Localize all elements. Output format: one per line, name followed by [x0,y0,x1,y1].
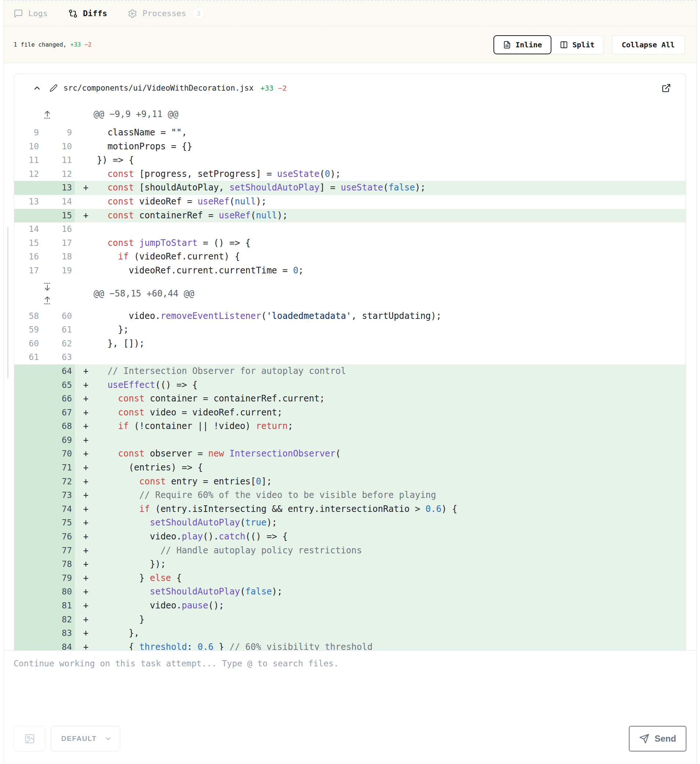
code-text: } [97,613,686,627]
diff-marker: + [75,516,97,530]
code-text: if (!container || !video) return; [97,420,686,434]
diff-line: 84+ { threshold: 0.6 } // 60% visibility… [14,640,686,650]
code-text: const videoRef = useRef(null); [97,195,686,209]
diff-marker: + [75,420,97,434]
code-text: }) => { [97,153,686,168]
file-header: src/components/ui/VideoWithDecoration.js… [14,74,686,102]
new-line-number: 69 [42,434,75,447]
diff-line: 78+ }); [14,557,686,571]
file-path: src/components/ui/VideoWithDecoration.js… [64,84,253,92]
code-text: const entry = entries[0]; [97,475,686,489]
code-text: { threshold: 0.6 } // 60% visibility thr… [97,640,686,650]
new-line-number: 74 [42,503,75,516]
diff-marker [75,309,97,323]
code-text [97,222,686,236]
tab-diffs-label: Diffs [83,9,107,18]
new-line-number: 81 [42,599,75,613]
diff-line: 13+ const [shouldAutoPlay, setShouldAuto… [14,181,686,195]
tab-processes[interactable]: Processes 3 [128,8,204,19]
new-line-number: 82 [42,613,75,627]
file-deletions: −2 [278,84,287,92]
diff-scroll-area: src/components/ui/VideoWithDecoration.js… [4,63,696,650]
diff-marker [75,236,97,250]
diff-marker: + [75,503,97,516]
diff-line: 72+ const entry = entries[0]; [14,475,686,489]
old-line-number [14,530,42,544]
tab-logs[interactable]: Logs [14,9,48,18]
chevron-down-icon [105,735,112,742]
code-text: } else { [97,571,686,585]
expand-up-button[interactable] [41,294,53,306]
collapse-file-button[interactable] [33,84,41,92]
hunk-header-label: @@ −9,9 +9,11 @@ [94,109,178,119]
diff-line: 80+ setShouldAutoPlay(false); [14,585,686,599]
old-line-number: 14 [14,222,42,236]
diff-marker: + [75,475,97,489]
code-text: (entries) => { [97,461,686,475]
diff-marker [75,250,97,264]
scrollbar-thumb[interactable] [7,226,8,379]
collapse-all-button[interactable]: Collapse All [612,35,685,54]
diff-marker: + [75,434,97,447]
new-line-number: 10 [42,140,75,154]
hunk-header-label: @@ −58,15 +60,44 @@ [94,288,194,299]
diff-marker [75,140,97,154]
new-line-number: 68 [42,420,75,434]
diff-line: 71+ (entries) => { [14,461,686,475]
tab-diffs[interactable]: Diffs [68,9,107,18]
diff-line: 1212 const [progress, setProgress] = use… [14,168,686,181]
file-additions: +33 [260,84,273,92]
new-line-number: 66 [42,392,75,406]
attach-image-button[interactable] [14,726,45,751]
diff-line: 67+ const video = videoRef.current; [14,406,686,420]
old-line-number [14,181,42,195]
old-line-number [14,613,42,627]
tab-processes-label: Processes [142,9,186,18]
summary-deletions: −2 [84,41,91,48]
model-selector[interactable]: DEFAULT [51,726,120,751]
diff-marker [75,264,97,278]
chevron-up-icon [33,84,41,92]
diff-line: 77+ // Handle autoplay policy restrictio… [14,544,686,558]
code-text [97,434,686,447]
old-line-number [14,488,42,503]
new-line-number: 75 [42,516,75,530]
diff-line: 82+ } [14,613,686,627]
summary-text: 1 file changed, [14,41,67,48]
code-text: // Require 60% of the video to be visibl… [97,488,686,503]
expand-down-button[interactable] [41,282,53,293]
expand-up-button[interactable] [41,108,53,120]
diff-marker: + [75,544,97,558]
code-text: setShouldAutoPlay(false); [97,585,686,599]
old-line-number [14,447,42,461]
composer-input[interactable] [14,659,637,703]
new-line-number: 13 [42,181,75,195]
old-line-number [14,378,42,392]
hunk-header: @@ −9,9 +9,11 @@ [14,102,686,126]
new-line-number: 78 [42,557,75,571]
inline-view-button[interactable]: Inline [494,35,552,54]
old-line-number: 61 [14,351,42,365]
old-line-number [14,557,42,571]
diff-line: 1517 const jumpToStart = () => { [14,236,686,250]
code-text [97,351,686,365]
pencil-icon [50,84,58,92]
new-line-number: 84 [42,640,75,650]
new-line-number: 60 [42,309,75,323]
hunk-header: @@ −58,15 +60,44 @@ [14,278,686,309]
code-text: }, []); [97,337,686,351]
code-text: // Handle autoplay policy restrictions [97,544,686,558]
new-line-number: 80 [42,585,75,599]
diff-line: 99 className = "", [14,126,686,140]
new-line-number: 65 [42,378,75,392]
split-view-button[interactable]: Split [551,36,603,54]
send-button[interactable]: Send [629,726,686,751]
code-text: video.removeEventListener('loadedmetadat… [97,309,686,323]
open-external-button[interactable] [661,83,671,93]
diff-line: 76+ video.play().catch(() => { [14,530,686,544]
old-line-number [14,585,42,599]
old-line-number [14,516,42,530]
code-text: className = "", [97,126,686,140]
split-view-label: Split [572,41,594,49]
diff-marker [75,126,97,140]
